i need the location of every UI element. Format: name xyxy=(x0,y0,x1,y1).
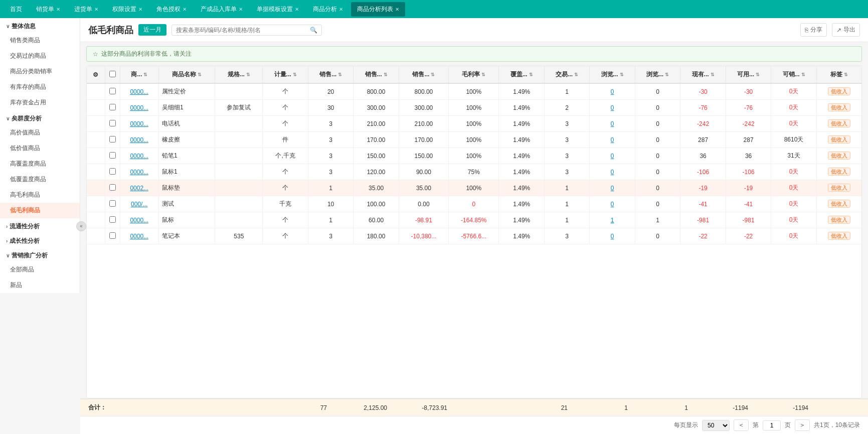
row-name: 属性定价 xyxy=(159,83,215,100)
page-input[interactable] xyxy=(763,420,781,430)
sidebar-group-overall[interactable]: ∨ 整体信息 xyxy=(0,18,80,33)
row-select-checkbox[interactable] xyxy=(109,120,116,126)
sidebar-item-new-goods[interactable]: 新品 xyxy=(0,277,80,293)
row-sales-profit: 170.00 xyxy=(399,132,448,148)
column-view2[interactable]: 浏览...⇅ xyxy=(635,66,680,83)
row-unit: 件 xyxy=(263,132,308,148)
row-select-checkbox[interactable] xyxy=(109,88,116,94)
sidebar-group-marketing[interactable]: ∨ 营销推广分析 xyxy=(0,247,80,262)
row-gear xyxy=(87,180,105,196)
row-checkbox[interactable] xyxy=(105,180,120,196)
column-trade[interactable]: 交易...⇅ xyxy=(544,66,589,83)
row-select-checkbox[interactable] xyxy=(109,136,116,142)
row-view1: 0 xyxy=(590,83,635,100)
column-checkbox[interactable] xyxy=(105,66,120,83)
row-available: -41 xyxy=(726,196,771,212)
close-icon[interactable]: ✕ xyxy=(138,7,142,12)
column-gear[interactable]: ⚙ xyxy=(87,66,105,83)
nav-sales[interactable]: 销货单 ✕ xyxy=(30,2,66,17)
sidebar-item-high-value[interactable]: 高价值商品 xyxy=(0,125,80,140)
search-input[interactable] xyxy=(176,27,310,34)
nav-role[interactable]: 角色授权 ✕ xyxy=(150,2,193,17)
row-coverage: 1.49% xyxy=(499,83,544,100)
sidebar-item-sales-goods[interactable]: 销售类商品 xyxy=(0,33,80,48)
sidebar-item-low-profit[interactable]: 低毛利商品 xyxy=(0,203,80,218)
sidebar-item-low-coverage[interactable]: 低覆盖度商品 xyxy=(0,172,80,187)
row-sellable: 0天 xyxy=(771,212,816,228)
row-checkbox[interactable] xyxy=(105,83,120,100)
sidebar-item-inventory-goods[interactable]: 有库存的商品 xyxy=(0,79,80,95)
sidebar-group-flow[interactable]: › 流通性分析 xyxy=(0,218,80,233)
row-gear xyxy=(87,148,105,164)
row-checkbox[interactable] xyxy=(105,132,120,148)
row-checkbox[interactable] xyxy=(105,164,120,180)
row-checkbox[interactable] xyxy=(105,148,120,164)
column-unit[interactable]: 计量...⇅ xyxy=(263,66,308,83)
close-icon[interactable]: ✕ xyxy=(239,7,243,12)
column-sales-qty[interactable]: 销售...⇅ xyxy=(308,66,353,83)
row-gear xyxy=(87,132,105,148)
column-sellable[interactable]: 可销...⇅ xyxy=(771,66,816,83)
row-checkbox[interactable] xyxy=(105,228,120,244)
column-code[interactable]: 商...⇅ xyxy=(120,66,159,83)
nav-goods-list[interactable]: 商品分析列表 ✕ xyxy=(351,2,405,17)
row-select-checkbox[interactable] xyxy=(109,200,116,207)
close-icon[interactable]: ✕ xyxy=(339,7,343,12)
column-spec[interactable]: 规格...⇅ xyxy=(215,66,263,83)
sidebar-item-low-value[interactable]: 低价值商品 xyxy=(0,140,80,156)
row-checkbox[interactable] xyxy=(105,196,120,212)
close-icon[interactable]: ✕ xyxy=(395,7,399,12)
nav-purchase[interactable]: 进货单 ✕ xyxy=(68,2,104,17)
sidebar-item-high-profit[interactable]: 高毛利商品 xyxy=(0,187,80,203)
close-icon[interactable]: ✕ xyxy=(56,7,60,12)
search-icon[interactable]: 🔍 xyxy=(310,27,317,34)
sidebar-group-cluster[interactable]: ∨ 矣群度分析 xyxy=(0,110,80,125)
sidebar-item-high-coverage[interactable]: 高覆盖度商品 xyxy=(0,156,80,172)
column-available[interactable]: 可用...⇅ xyxy=(726,66,771,83)
row-gear xyxy=(87,228,105,244)
header-actions: ⎘ 分享 ↗ 导出 xyxy=(800,23,860,37)
column-tag[interactable]: 标签⇅ xyxy=(816,66,861,83)
sidebar-item-category-rate[interactable]: 商品分类助销率 xyxy=(0,64,80,79)
column-name[interactable]: 商品名称⇅ xyxy=(159,66,215,83)
column-view1[interactable]: 浏览...⇅ xyxy=(590,66,635,83)
next-page-button[interactable]: ＞ xyxy=(795,419,810,431)
table-row: 000/... 测试 千克 10 100.00 0.00 0 1.49% 1 0… xyxy=(87,196,861,212)
column-gross-rate[interactable]: 毛利率⇅ xyxy=(449,66,499,83)
sidebar-collapse-button[interactable]: « xyxy=(76,221,86,231)
close-icon[interactable]: ✕ xyxy=(94,7,98,12)
row-checkbox[interactable] xyxy=(105,100,120,116)
nav-template[interactable]: 单据模板设置 ✕ xyxy=(251,2,305,17)
nav-permission[interactable]: 权限设置 ✕ xyxy=(106,2,148,17)
row-select-checkbox[interactable] xyxy=(109,216,116,223)
row-select-checkbox[interactable] xyxy=(109,232,116,239)
close-icon[interactable]: ✕ xyxy=(295,7,299,12)
row-select-checkbox[interactable] xyxy=(109,168,116,175)
per-page-select[interactable]: 50 20 100 xyxy=(702,420,730,431)
nav-home[interactable]: 首页 xyxy=(4,2,28,17)
row-checkbox[interactable] xyxy=(105,212,120,228)
row-checkbox[interactable] xyxy=(105,116,120,132)
close-icon[interactable]: ✕ xyxy=(183,7,187,12)
share-button[interactable]: ⎘ 分享 xyxy=(800,23,827,37)
prev-page-button[interactable]: ＜ xyxy=(734,419,749,431)
time-filter-button[interactable]: 近一月 xyxy=(138,24,166,36)
column-current[interactable]: 现有...⇅ xyxy=(680,66,726,83)
row-tag: 低收入 xyxy=(816,83,861,100)
export-icon: ↗ xyxy=(836,27,841,34)
column-sales-price[interactable]: 销售...⇅ xyxy=(354,66,399,83)
nav-stock-in[interactable]: 产成品入库单 ✕ xyxy=(195,2,249,17)
row-select-checkbox[interactable] xyxy=(109,184,116,191)
sidebar-group-growth[interactable]: › 成长性分析 xyxy=(0,233,80,247)
row-current: -242 xyxy=(680,116,726,132)
select-all-checkbox[interactable] xyxy=(109,71,116,77)
row-select-checkbox[interactable] xyxy=(109,152,116,159)
sidebar-item-stock-capital[interactable]: 库存资金占用 xyxy=(0,95,80,110)
row-select-checkbox[interactable] xyxy=(109,104,116,110)
column-coverage[interactable]: 覆盖...⇅ xyxy=(499,66,544,83)
export-button[interactable]: ↗ 导出 xyxy=(832,23,860,37)
column-sales-profit[interactable]: 销售...⇅ xyxy=(399,66,448,83)
sidebar-item-traded-goods[interactable]: 交易过的商品 xyxy=(0,48,80,64)
sidebar-item-all-goods[interactable]: 全部商品 xyxy=(0,262,80,277)
nav-goods-analysis[interactable]: 商品分析 ✕ xyxy=(307,2,349,17)
